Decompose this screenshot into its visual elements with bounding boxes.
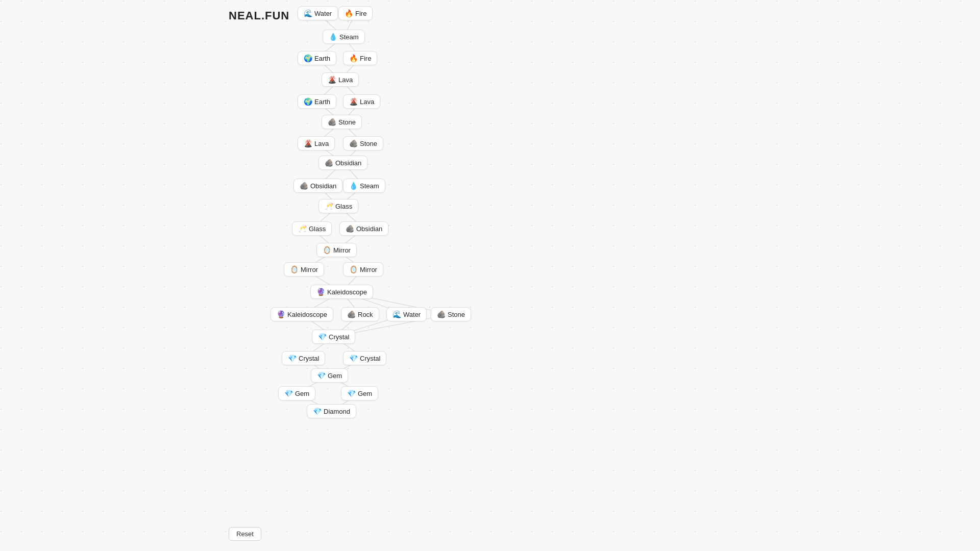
element-emoji: 💎 — [349, 354, 358, 362]
element-emoji: 🪞 — [323, 246, 331, 254]
element-node-kaleidoscope2[interactable]: 🔮Kaleidoscope — [271, 307, 333, 321]
element-emoji: 💎 — [284, 389, 293, 397]
element-label: Glass — [309, 225, 326, 233]
element-node-rock1[interactable]: 🪨Rock — [341, 307, 379, 321]
element-node-earth2[interactable]: 🌍Earth — [298, 94, 336, 109]
element-emoji: 💧 — [329, 33, 337, 41]
element-emoji: 🌋 — [328, 76, 336, 84]
element-emoji: 🪞 — [290, 265, 299, 273]
element-emoji: 🪨 — [300, 182, 308, 190]
element-label: Water — [314, 10, 332, 17]
element-emoji: 🪨 — [346, 224, 354, 233]
element-node-water1[interactable]: 🌊Water — [298, 6, 338, 20]
element-label: Stone — [360, 140, 377, 147]
element-emoji: 🪨 — [328, 118, 336, 126]
element-node-glass1[interactable]: 🥂Glass — [318, 199, 358, 213]
element-node-water2[interactable]: 🌊Water — [386, 307, 427, 321]
element-node-gem3[interactable]: 💎Gem — [341, 386, 378, 400]
reset-button[interactable]: Reset — [229, 527, 261, 541]
element-emoji: 🪨 — [347, 310, 356, 318]
element-node-kaleidoscope1[interactable]: 🔮Kaleidoscope — [310, 285, 373, 299]
element-node-steam2[interactable]: 💧Steam — [343, 179, 385, 193]
element-label: Crystal — [360, 355, 380, 362]
element-label: Fire — [360, 55, 371, 62]
element-label: Earth — [314, 98, 330, 106]
element-emoji: 🔮 — [277, 310, 285, 318]
element-node-mirror3[interactable]: 🪞Mirror — [343, 262, 383, 277]
element-emoji: 🌍 — [304, 97, 312, 106]
element-node-stone1[interactable]: 🪨Stone — [322, 115, 362, 129]
element-label: Crystal — [329, 333, 349, 341]
element-emoji: 💎 — [313, 407, 322, 415]
element-node-fire1[interactable]: 🔥Fire — [338, 6, 373, 20]
element-emoji: 🪞 — [349, 265, 358, 273]
element-emoji: 🔮 — [316, 288, 325, 296]
element-node-mirror1[interactable]: 🪞Mirror — [316, 243, 357, 257]
element-node-crystal3[interactable]: 💎Crystal — [343, 351, 386, 365]
element-node-stone3[interactable]: 🪨Stone — [431, 307, 471, 321]
element-label: Fire — [355, 10, 366, 17]
element-emoji: 🌊 — [393, 310, 401, 318]
element-node-diamond1[interactable]: 💎Diamond — [307, 404, 356, 418]
element-label: Kaleidoscope — [327, 288, 367, 296]
element-label: Glass — [335, 203, 352, 210]
element-label: Earth — [314, 55, 330, 62]
element-node-obsidian2[interactable]: 🪨Obsidian — [293, 179, 342, 193]
element-label: Mirror — [333, 246, 351, 254]
element-emoji: 🌋 — [304, 139, 312, 147]
element-label: Rock — [358, 311, 373, 318]
element-label: Obsidian — [356, 225, 382, 233]
element-node-obsidian1[interactable]: 🪨Obsidian — [318, 156, 368, 170]
element-label: Lava — [314, 140, 329, 147]
element-label: Diamond — [324, 408, 350, 415]
element-node-gem1[interactable]: 💎Gem — [311, 368, 348, 383]
element-label: Lava — [360, 98, 374, 106]
element-emoji: 🔥 — [349, 54, 358, 62]
element-node-lava2[interactable]: 🌋Lava — [343, 94, 380, 109]
element-emoji: 💎 — [288, 354, 297, 362]
element-node-crystal2[interactable]: 💎Crystal — [282, 351, 325, 365]
element-emoji: 💎 — [347, 389, 356, 397]
element-node-glass2[interactable]: 🥂Glass — [292, 221, 332, 236]
element-label: Gem — [295, 390, 309, 397]
element-emoji: 🔥 — [345, 9, 353, 17]
element-node-fire2[interactable]: 🔥Fire — [343, 51, 377, 65]
element-emoji: 💎 — [317, 371, 326, 380]
element-emoji: 🪨 — [349, 139, 358, 147]
element-emoji: 🪨 — [437, 310, 446, 318]
element-label: Crystal — [299, 355, 319, 362]
element-label: Lava — [338, 76, 353, 84]
element-node-crystal1[interactable]: 💎Crystal — [312, 330, 355, 344]
element-node-lava1[interactable]: 🌋Lava — [322, 72, 359, 87]
element-node-gem2[interactable]: 💎Gem — [278, 386, 315, 400]
element-node-obsidian3[interactable]: 🪨Obsidian — [339, 221, 388, 236]
element-label: Obsidian — [310, 182, 336, 190]
element-label: Gem — [358, 390, 372, 397]
element-node-earth1[interactable]: 🌍Earth — [298, 51, 336, 65]
element-label: Steam — [339, 33, 359, 41]
element-node-stone2[interactable]: 🪨Stone — [343, 136, 383, 151]
element-emoji: 🌋 — [349, 97, 358, 106]
element-emoji: 🌍 — [304, 54, 312, 62]
svg-rect-1 — [0, 0, 980, 551]
element-label: Gem — [328, 372, 342, 380]
element-label: Stone — [338, 118, 356, 126]
element-emoji: 🌊 — [304, 9, 312, 17]
element-emoji: 💧 — [349, 182, 358, 190]
element-label: Kaleidoscope — [287, 311, 327, 318]
element-label: Mirror — [360, 266, 377, 273]
element-emoji: 🥂 — [325, 202, 333, 210]
element-node-lava3[interactable]: 🌋Lava — [298, 136, 335, 151]
element-label: Mirror — [301, 266, 318, 273]
element-emoji: 🥂 — [298, 224, 307, 233]
element-node-mirror2[interactable]: 🪞Mirror — [284, 262, 324, 277]
element-node-steam1[interactable]: 💧Steam — [323, 30, 365, 44]
element-label: Stone — [448, 311, 465, 318]
element-emoji: 💎 — [318, 333, 327, 341]
logo: NEAL.FUN — [229, 9, 289, 22]
element-label: Water — [403, 311, 421, 318]
element-label: Steam — [360, 182, 379, 190]
element-emoji: 🪨 — [325, 159, 333, 167]
element-label: Obsidian — [335, 159, 361, 167]
